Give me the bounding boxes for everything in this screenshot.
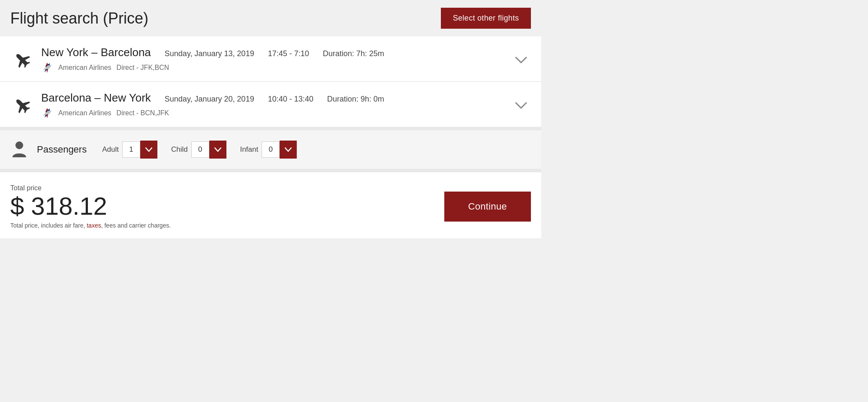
total-note-before: Total price, includes air fare,	[10, 222, 87, 229]
total-section: Total price $ 318.12 Total price, includ…	[0, 172, 541, 238]
flight-row-2: Barcelona – New York Sunday, January 20,…	[0, 82, 541, 127]
flight-sub-row-2: American Airlines Direct - BCN,JFK	[41, 107, 511, 119]
infant-dropdown-button[interactable]	[280, 141, 297, 159]
page-title: Flight search (Price)	[10, 9, 148, 27]
passenger-icon	[10, 141, 28, 159]
child-value: 0	[191, 141, 209, 158]
chevron-down-icon-1	[515, 56, 527, 64]
select-other-flights-button[interactable]: Select other flights	[441, 8, 531, 29]
taxes-link[interactable]: taxes	[87, 222, 101, 229]
total-price: $ 318.12	[10, 194, 171, 219]
flight-date-1: Sunday, January 13, 2019	[165, 49, 254, 58]
child-chevron-icon	[214, 147, 221, 152]
adult-group: Adult 1	[102, 141, 157, 159]
plane-icon-1	[12, 50, 32, 70]
flight-stops-1: Direct - JFK,BCN	[117, 64, 169, 72]
flight-route-1: New York – Barcelona	[41, 46, 151, 59]
flight-time-1: 17:45 - 7:10	[268, 49, 309, 58]
passengers-label: Passengers	[37, 144, 87, 155]
plane-icon-2	[12, 96, 32, 115]
chevron-down-icon-2	[515, 102, 527, 109]
adult-chevron-icon	[145, 147, 152, 152]
infant-label: Infant	[240, 145, 259, 154]
expand-flight-2-button[interactable]	[511, 98, 531, 113]
flights-section: New York – Barcelona Sunday, January 13,…	[0, 36, 541, 127]
infant-group: Infant 0	[240, 141, 297, 159]
total-left: Total price $ 318.12 Total price, includ…	[10, 184, 171, 229]
expand-flight-1-button[interactable]	[511, 53, 531, 67]
total-note-after: , fees and carrier charges.	[101, 222, 171, 229]
person-icon	[12, 141, 27, 158]
flight-info-2: Barcelona – New York Sunday, January 20,…	[41, 91, 511, 119]
child-label: Child	[171, 145, 188, 154]
flight-row-1: New York – Barcelona Sunday, January 13,…	[0, 36, 541, 82]
airline-logo-1	[41, 62, 53, 74]
flight-time-2: 10:40 - 13:40	[268, 95, 313, 104]
flight-main-row-1: New York – Barcelona Sunday, January 13,…	[41, 46, 511, 59]
flight-duration-2: Duration: 9h: 0m	[327, 95, 384, 104]
flight-info-1: New York – Barcelona Sunday, January 13,…	[41, 46, 511, 74]
adult-label: Adult	[102, 145, 119, 154]
flight-stops-2: Direct - BCN,JFK	[117, 109, 169, 117]
page-header: Flight search (Price) Select other fligh…	[0, 0, 541, 36]
flight-date-2: Sunday, January 20, 2019	[165, 95, 254, 104]
passengers-section: Passengers Adult 1 Child 0 Infant 0	[0, 127, 541, 172]
child-dropdown-button[interactable]	[209, 141, 226, 159]
child-group: Child 0	[171, 141, 226, 159]
svg-point-6	[15, 141, 23, 149]
adult-value: 1	[122, 141, 140, 158]
flight-icon-2	[10, 96, 34, 115]
airline-name-2: American Airlines	[58, 109, 112, 117]
total-label: Total price	[10, 184, 171, 192]
flight-duration-1: Duration: 7h: 25m	[323, 49, 384, 58]
flight-main-row-2: Barcelona – New York Sunday, January 20,…	[41, 91, 511, 105]
airline-name-1: American Airlines	[58, 64, 112, 72]
total-note: Total price, includes air fare, taxes, f…	[10, 222, 171, 229]
adult-dropdown-button[interactable]	[140, 141, 157, 159]
flight-sub-row-1: American Airlines Direct - JFK,BCN	[41, 62, 511, 74]
infant-chevron-icon	[285, 147, 292, 152]
flight-icon-1	[10, 50, 34, 70]
infant-value: 0	[262, 141, 280, 158]
airline-logo-2	[41, 107, 53, 119]
continue-button[interactable]: Continue	[444, 192, 531, 222]
flight-route-2: Barcelona – New York	[41, 91, 151, 105]
